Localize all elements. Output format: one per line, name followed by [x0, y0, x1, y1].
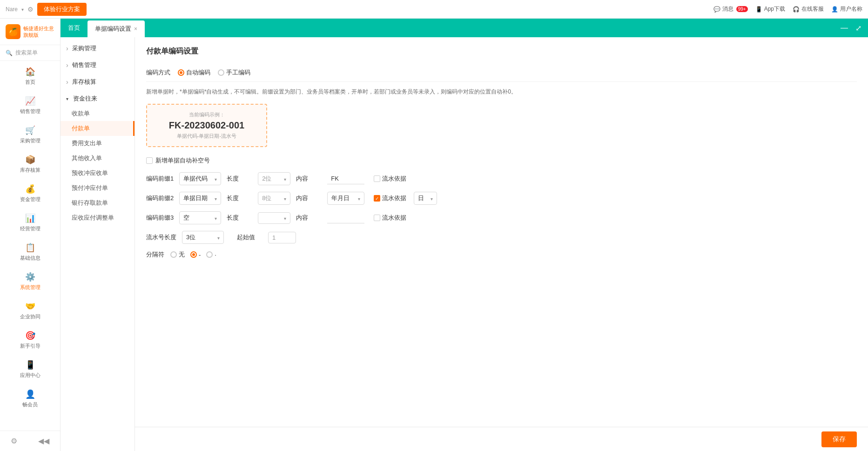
- sidebar-item-appcenter[interactable]: 📱 应用中心: [2, 355, 58, 384]
- radio-auto-code[interactable]: 自动编码: [178, 68, 210, 77]
- nav-group-inventory-label: 库存核算: [72, 78, 96, 86]
- prefix1-serial-group: 流水依据: [374, 175, 406, 183]
- prefix1-serial-checkbox[interactable]: [374, 175, 380, 182]
- nav-group-purchase-header[interactable]: 采购管理: [61, 41, 135, 56]
- prefix2-length-label: 长度: [227, 194, 252, 202]
- sidebar-nav: 🏠 首页 📈 销售管理 🛒 采购管理 📦 库存核算 💰 资金管理 📊 经: [0, 61, 60, 431]
- radio-sep-dot[interactable]: ·: [206, 251, 216, 258]
- prefix2-length-select[interactable]: 8位: [258, 192, 290, 205]
- settings-bottom-icon[interactable]: ⚙: [7, 435, 21, 447]
- sidebar-item-label: 企业协同: [20, 313, 40, 320]
- home-icon: 🏠: [25, 67, 35, 77]
- page-title: 付款单编码设置: [146, 47, 857, 56]
- tab-close-icon[interactable]: ×: [134, 26, 137, 32]
- notice-text: 新增单据时，*单据编码*自动生成，不可编辑。前缀设置为部门、业务员等档案类，开单…: [146, 88, 857, 96]
- serial-length-label: 流水号长度: [146, 233, 176, 242]
- prefix1-length-select[interactable]: 2位: [258, 172, 290, 185]
- prefix2-serial-group: ✓ 流水依据: [374, 194, 406, 202]
- settings-icon[interactable]: ⚙: [27, 6, 34, 13]
- start-value-input[interactable]: [268, 232, 296, 243]
- serial-length-select[interactable]: 3位: [182, 231, 224, 244]
- prefix3-select[interactable]: 空: [179, 211, 221, 224]
- nav-item-prepaid-ar-label: 预收冲应收单: [72, 169, 108, 176]
- nav-item-expense[interactable]: 费用支出单: [61, 136, 135, 151]
- nav-item-bank-deposit[interactable]: 银行存取款单: [61, 195, 135, 210]
- nav-item-other-income[interactable]: 其他收入单: [61, 151, 135, 166]
- prefix2-content-select[interactable]: 年月日: [327, 192, 364, 205]
- prefix2-serial-checkbox[interactable]: ✓: [374, 195, 380, 202]
- prefix2-serial-unit: 日: [418, 194, 424, 202]
- prefix3-serial-checkbox[interactable]: [374, 215, 380, 221]
- serial-length-value: 3位: [186, 233, 195, 242]
- auto-fill-row: 新增单据自动补空号: [146, 156, 857, 165]
- online-service-item[interactable]: 🎧 在线客服: [793, 5, 824, 13]
- sidebar-item-inventory[interactable]: 📦 库存核算: [2, 150, 58, 178]
- nav-item-receipt-label: 收款单: [72, 110, 90, 117]
- sidebar-item-basic[interactable]: 📋 基础信息: [2, 238, 58, 266]
- sidebar-item-sales[interactable]: 📈 销售管理: [2, 91, 58, 120]
- sidebar-item-newguide[interactable]: 🎯 新手引导: [2, 326, 58, 354]
- prefix2-select[interactable]: 单据日期: [179, 192, 221, 205]
- expand-icon[interactable]: ⤢: [853, 23, 864, 34]
- nav-item-prepaid-ap-label: 预付冲应付单: [72, 184, 108, 191]
- prefix3-content-input[interactable]: [327, 212, 364, 223]
- search-icon: 🔍: [6, 50, 13, 56]
- separator-label: 分隔符: [146, 250, 165, 259]
- nav-item-ar-ap-adjust[interactable]: 应收应付调整单: [61, 210, 135, 225]
- prefix1-content-input[interactable]: [327, 173, 364, 184]
- sidebar-item-system[interactable]: ⚙️ 系统管理: [2, 267, 58, 296]
- prefix1-select[interactable]: 单据代码: [179, 172, 221, 185]
- sidebar-item-label: 基础信息: [20, 255, 40, 262]
- prefix3-chevron: [215, 215, 217, 222]
- prefix2-length-chevron: [284, 195, 286, 202]
- nav-item-receipt[interactable]: 收款单: [61, 106, 135, 121]
- sidebar-item-label: 系统管理: [20, 284, 40, 291]
- nav-group-fund-header[interactable]: ▾ 资金往来: [61, 91, 135, 106]
- sidebar-item-operations[interactable]: 📊 经营管理: [2, 209, 58, 237]
- prefix3-length-label: 长度: [227, 214, 252, 222]
- messages-icon: 💬: [713, 6, 720, 13]
- nav-group-sales-header[interactable]: 销售管理: [61, 58, 135, 73]
- prefix1-length-label: 长度: [227, 175, 252, 183]
- tab-current-label: 单据编码设置: [95, 25, 131, 33]
- sidebar-item-label: 销售管理: [20, 108, 40, 115]
- auto-fill-checkbox[interactable]: [146, 157, 153, 164]
- prefix2-serial-unit-select[interactable]: 日: [414, 192, 437, 205]
- sidebar-item-member[interactable]: 👤 畅会员: [2, 384, 58, 413]
- prefix1-value: 单据代码: [183, 175, 208, 183]
- sidebar-search[interactable]: 🔍 搜索菜单: [0, 45, 60, 61]
- prefix1-length-value: 2位: [262, 175, 271, 183]
- radio-sep-none[interactable]: 无: [170, 250, 185, 259]
- tab-coding-settings[interactable]: 单据编码设置 ×: [87, 20, 145, 37]
- minimize-icon[interactable]: —: [838, 23, 851, 33]
- radio-sep-dash[interactable]: -: [190, 251, 201, 258]
- sidebar-item-finance[interactable]: 💰 资金管理: [2, 179, 58, 208]
- app-download-item[interactable]: 📱 App下载: [755, 5, 785, 13]
- user-item[interactable]: 👤 用户名称: [831, 5, 862, 13]
- sidebar-item-label: 资金管理: [20, 196, 40, 203]
- manual-code-label: 手工编码: [226, 68, 250, 77]
- radio-auto-dot: [178, 69, 184, 76]
- collapse-icon[interactable]: ◀◀: [34, 435, 53, 447]
- sales-icon: 📈: [25, 96, 35, 106]
- nav-item-prepaid-ap[interactable]: 预付冲应付单: [61, 181, 135, 195]
- trial-button[interactable]: 体验行业方案: [37, 3, 87, 16]
- main-panel-wrapper: 付款单编码设置 编码方式 自动编码 手工编码: [135, 37, 868, 451]
- messages-label: 消息: [722, 5, 733, 13]
- messages-item[interactable]: 💬 消息 99+: [713, 5, 748, 13]
- radio-group: 自动编码 手工编码: [178, 68, 250, 77]
- prefix3-length-select[interactable]: [258, 212, 290, 224]
- tab-home-label: 首页: [68, 24, 80, 32]
- sidebar-item-enterprise[interactable]: 🤝 企业协同: [2, 296, 58, 325]
- company-dropdown[interactable]: [21, 6, 24, 13]
- nav-item-prepaid-ar[interactable]: 预收冲应收单: [61, 166, 135, 181]
- prefix2-length-value: 8位: [262, 194, 271, 202]
- coding-method-label: 编码方式: [146, 68, 170, 77]
- sidebar-item-home[interactable]: 🏠 首页: [2, 62, 58, 90]
- radio-manual-code[interactable]: 手工编码: [218, 68, 250, 77]
- nav-item-payment[interactable]: 付款单: [61, 121, 135, 136]
- save-button[interactable]: 保存: [821, 431, 857, 447]
- sidebar-item-purchase[interactable]: 🛒 采购管理: [2, 121, 58, 149]
- tab-home[interactable]: 首页: [61, 19, 87, 37]
- nav-group-inventory-header[interactable]: 库存核算: [61, 74, 135, 89]
